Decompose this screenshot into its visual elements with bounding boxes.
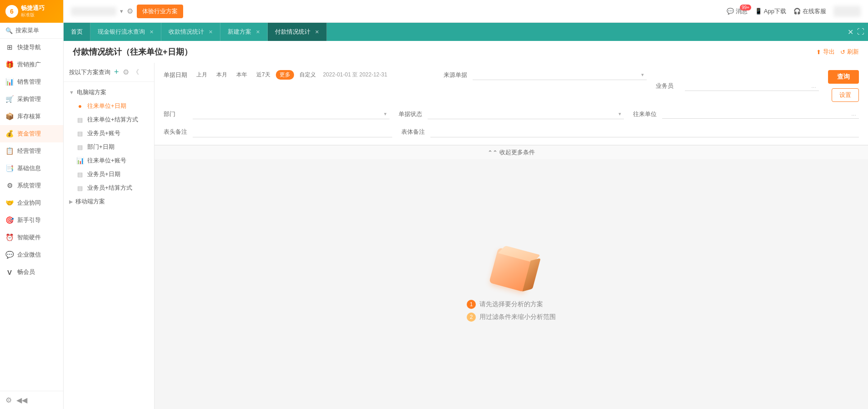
scheme-panel: 按以下方案查询 + ⚙ 《 ▼ 电脑端方案 ● 往来单位+日期 — [64, 63, 155, 409]
scheme-add-icon[interactable]: + — [114, 67, 119, 77]
operation-icon: 📋 — [5, 147, 14, 155]
scheme-collapse-icon[interactable]: 《 — [133, 68, 139, 76]
scheme-item-partner-date[interactable]: ● 往来单位+日期 — [64, 99, 154, 113]
scheme-group-mobile-header[interactable]: ▶ 移动端方案 — [64, 195, 154, 208]
collapse-up-icon: ⌃⌃ — [488, 149, 498, 156]
export-label: 导出 — [823, 48, 835, 56]
scheme-group-arrow: ▼ — [69, 90, 74, 95]
filter-dept-select[interactable]: ▾ — [193, 109, 389, 119]
app-download-button[interactable]: 📱 App下载 — [755, 7, 786, 15]
query-button[interactable]: 查询 — [828, 70, 859, 84]
tab-home[interactable]: 首页 — [64, 23, 90, 41]
sidebar-label: 营销推广 — [17, 61, 41, 69]
filter-header-note-input[interactable] — [193, 126, 392, 137]
topbar-dropdown[interactable]: ▾ — [120, 8, 123, 15]
sidebar-search[interactable]: 🔍 搜索菜单 — [0, 23, 63, 39]
filter-source-select[interactable]: ▾ — [473, 70, 647, 80]
date-btn-this-month[interactable]: 本月 — [213, 70, 231, 80]
date-btn-last7[interactable]: 近7天 — [253, 70, 274, 80]
export-icon: ⬆ — [816, 49, 821, 56]
sidebar-label: 智能硬件 — [17, 233, 41, 242]
tab-new[interactable]: 新建方案 ✕ — [220, 23, 268, 41]
tab-receipt-label: 收款情况统计 — [169, 28, 204, 36]
sidebar-label: 销售管理 — [17, 78, 41, 86]
sidebar-label: 经营管理 — [17, 147, 41, 155]
tab-bank[interactable]: 现金银行流水查询 ✕ — [90, 23, 161, 41]
tab-payment-label: 付款情况统计 — [275, 28, 310, 36]
date-btn-this-year[interactable]: 本年 — [233, 70, 251, 80]
tip-num-2: 2 — [467, 313, 476, 322]
date-btn-more[interactable]: 更多 — [276, 70, 294, 80]
collapse-more-button[interactable]: ⌃⌃ 收起更多条件 — [155, 145, 868, 159]
main-area: ▾ ⚙ 体验行业方案 💬 消息 99+ 📱 App下载 🎧 在线客服 首页 — [64, 0, 868, 409]
filter-salesman-select[interactable]: … — [685, 81, 819, 91]
sidebar-footer: ⚙ ◀◀ — [0, 391, 63, 409]
sidebar-item-sales[interactable]: 📊 销售管理 — [0, 73, 63, 91]
tab-bank-close[interactable]: ✕ — [150, 29, 154, 35]
query-section: 查询 设置 — [823, 70, 859, 102]
purchase-icon: 🛒 — [5, 95, 14, 103]
sidebar-item-member[interactable]: V 畅会员 — [0, 263, 63, 281]
date-btn-last-month[interactable]: 上月 — [193, 70, 211, 80]
user-avatar[interactable] — [833, 6, 861, 17]
empty-tip-2: 2 用过滤条件来缩小分析范围 — [467, 313, 556, 322]
sidebar-item-finance[interactable]: 💰 资金管理 — [0, 125, 63, 142]
filter-partner-label: 往来单位 — [633, 110, 658, 118]
scheme-item-partner-account[interactable]: 📊 往来单位+账号 — [64, 154, 154, 167]
scheme-item-label-3: 部门+日期 — [87, 143, 115, 151]
export-button[interactable]: ⬆ 导出 — [816, 48, 835, 56]
sidebar-item-operation[interactable]: 📋 经营管理 — [0, 142, 63, 160]
sidebar-item-basic[interactable]: 📑 基础信息 — [0, 160, 63, 177]
scheme-item-partner-settle[interactable]: ▤ 往来单位+结算方式 — [64, 113, 154, 126]
refresh-button[interactable]: ↺ 刷新 — [840, 48, 859, 56]
sidebar-item-quick-nav[interactable]: ⊞ 快捷导航 — [0, 39, 63, 56]
tabs-close-icon[interactable]: ✕ — [848, 28, 853, 36]
scheme-group-desktop-header[interactable]: ▼ 电脑端方案 — [64, 86, 154, 99]
tabs-expand-icon[interactable]: ⛶ — [857, 28, 864, 36]
scheme-settings-icon[interactable]: ⚙ — [123, 68, 129, 76]
inventory-icon: 📦 — [5, 112, 14, 121]
sidebar-item-guide[interactable]: 🎯 新手引导 — [0, 212, 63, 229]
tab-payment-close[interactable]: ✕ — [315, 29, 319, 35]
tab-new-close[interactable]: ✕ — [256, 29, 260, 35]
filter-docstatus-select[interactable]: ▾ — [428, 109, 624, 119]
tab-receipt-close[interactable]: ✕ — [209, 29, 213, 35]
sidebar-item-wechat[interactable]: 💬 企业微信 — [0, 246, 63, 263]
filter-partner-select[interactable]: … — [662, 109, 859, 119]
sidebar-logo: 6 畅捷通巧 标准版 — [0, 0, 63, 23]
topbar-user[interactable] — [71, 7, 116, 16]
trial-button[interactable]: 体验行业方案 — [137, 5, 183, 18]
tab-payment[interactable]: 付款情况统计 ✕ — [268, 23, 327, 41]
scheme-item-salesman-settle[interactable]: ▤ 业务员+结算方式 — [64, 181, 154, 195]
topbar-settings-icon[interactable]: ⚙ — [127, 7, 133, 15]
empty-cube-icon — [489, 247, 534, 292]
scheme-item-salesman-date[interactable]: ▤ 业务员+日期 — [64, 167, 154, 181]
sidebar-item-marketing[interactable]: 🎁 营销推广 — [0, 56, 63, 73]
sidebar-item-purchase[interactable]: 🛒 采购管理 — [0, 91, 63, 108]
sidebar-item-hardware[interactable]: ⏰ 智能硬件 — [0, 229, 63, 246]
page-header: 付款情况统计（往来单位+日期） ⬆ 导出 ↺ 刷新 — [64, 41, 868, 63]
sidebar-item-enterprise[interactable]: 🤝 企业协同 — [0, 194, 63, 212]
filter-body-note-input[interactable] — [430, 126, 859, 137]
filter-row-3: 表头备注 表体备注 — [164, 126, 859, 137]
service-button[interactable]: 🎧 在线客服 — [793, 7, 826, 15]
footer-collapse-icon[interactable]: ◀◀ — [16, 396, 27, 404]
scheme-item-dept-date[interactable]: ▤ 部门+日期 — [64, 140, 154, 154]
date-btn-custom[interactable]: 自定义 — [296, 70, 319, 80]
sidebar-item-system[interactable]: ⚙ 系统管理 — [0, 177, 63, 194]
search-label: 搜索菜单 — [15, 26, 39, 35]
tab-receipt[interactable]: 收款情况统计 ✕ — [161, 23, 220, 41]
filter-settings-button[interactable]: 设置 — [832, 88, 859, 102]
sidebar-item-inventory[interactable]: 📦 库存核算 — [0, 108, 63, 125]
scheme-item-salesman-account[interactable]: ▤ 业务员+账号 — [64, 126, 154, 140]
sidebar-label: 系统管理 — [17, 182, 41, 190]
empty-illustration — [484, 247, 539, 293]
scheme-item-icon-4: 📊 — [76, 157, 84, 164]
sidebar-label: 畅会员 — [17, 268, 35, 276]
message-button[interactable]: 💬 消息 99+ — [727, 7, 748, 15]
filter-dept-field: 部门 ▾ — [164, 109, 389, 119]
filter-docstatus-field: 单据状态 ▾ — [399, 109, 624, 119]
topbar: ▾ ⚙ 体验行业方案 💬 消息 99+ 📱 App下载 🎧 在线客服 — [64, 0, 868, 23]
scheme-item-label-5: 业务员+日期 — [87, 170, 120, 178]
footer-settings-icon[interactable]: ⚙ — [5, 396, 12, 404]
